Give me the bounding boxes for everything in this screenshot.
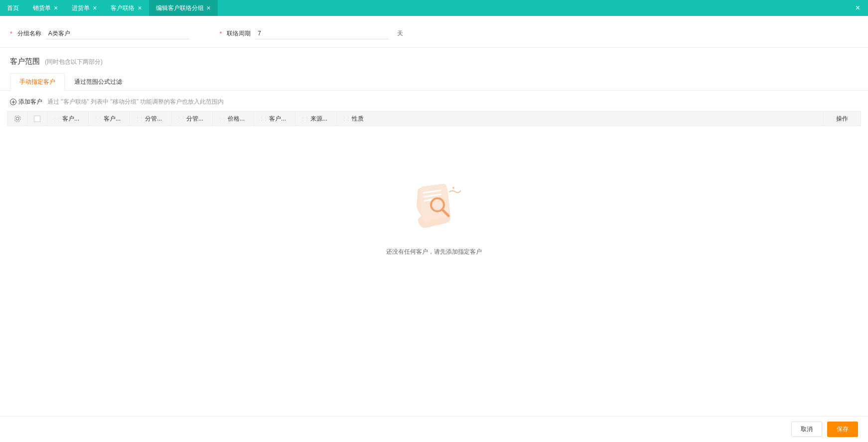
drag-handle-icon[interactable]: ⋮⋮ <box>135 116 143 122</box>
toolbar-hint: 通过 "客户联络" 列表中 "移动分组" 功能调整的客户也放入此范围内 <box>47 98 224 106</box>
tab-sales[interactable]: 销货单 × <box>26 0 65 16</box>
column-header[interactable]: ⋮⋮ 来源... <box>295 112 337 126</box>
inner-tab-formula[interactable]: 通过范围公式过滤 <box>65 73 132 91</box>
required-mark: * <box>220 30 222 37</box>
close-icon[interactable]: × <box>207 4 211 11</box>
tab-edit-group-label: 编辑客户联络分组 <box>156 4 204 12</box>
checkbox-icon <box>34 116 40 122</box>
contact-cycle-input[interactable] <box>255 28 389 39</box>
drag-handle-icon[interactable]: ⋮⋮ <box>94 116 102 122</box>
table-header: ⋮⋮ 客户... ⋮⋮ 客户... ⋮⋮ 分管... ⋮⋮ 分管... ⋮⋮ 价… <box>7 111 861 126</box>
svg-point-4 <box>433 200 442 209</box>
drag-handle-icon[interactable]: ⋮⋮ <box>218 116 226 122</box>
column-label: 来源... <box>310 115 327 123</box>
plus-icon <box>10 99 16 105</box>
svg-point-6 <box>452 187 454 189</box>
top-tabs-bar: 首页 销货单 × 进货单 × 客户联络 × 编辑客户联络分组 × × <box>0 0 868 16</box>
column-label: 价格... <box>228 115 245 123</box>
column-action: 操作 <box>823 112 861 126</box>
gear-icon <box>14 116 20 122</box>
empty-illustration <box>402 181 466 236</box>
close-icon[interactable]: × <box>93 4 97 11</box>
inner-tabs: 手动指定客户 通过范围公式过滤 <box>0 73 868 91</box>
toolbar: 添加客户 通过 "客户联络" 列表中 "移动分组" 功能调整的客户也放入此范围内 <box>0 91 868 111</box>
column-header[interactable]: ⋮⋮ 价格... <box>213 112 254 126</box>
close-icon[interactable]: × <box>54 4 58 11</box>
select-all-checkbox[interactable] <box>27 112 47 126</box>
column-action-label: 操作 <box>836 115 848 123</box>
empty-text: 还没有任何客户，请先添加指定客户 <box>386 248 482 256</box>
add-customer-label: 添加客户 <box>18 98 42 106</box>
contact-cycle-field: * 联络周期 天 <box>220 28 404 39</box>
tab-home[interactable]: 首页 <box>0 0 26 16</box>
column-label: 客户... <box>62 115 79 123</box>
tab-purchase-label: 进货单 <box>72 4 90 12</box>
add-customer-button[interactable]: 添加客户 <box>10 98 42 106</box>
form-row: * 分组名称 * 联络周期 天 <box>0 16 868 47</box>
column-label: 分管... <box>186 115 203 123</box>
column-label: 分管... <box>145 115 162 123</box>
tab-home-label: 首页 <box>7 4 19 12</box>
group-name-field: * 分组名称 <box>10 28 190 39</box>
save-button[interactable]: 保存 <box>827 422 858 437</box>
column-header[interactable]: ⋮⋮ 性质 <box>337 112 823 126</box>
group-name-label: 分组名称 <box>17 29 41 38</box>
drag-handle-icon[interactable]: ⋮⋮ <box>300 116 308 122</box>
tab-sales-label: 销货单 <box>33 4 51 12</box>
section-header: 客户范围 (同时包含以下两部分) <box>0 48 868 73</box>
empty-state: 还没有任何客户，请先添加指定客户 <box>7 126 861 276</box>
tab-customer-contact[interactable]: 客户联络 × <box>104 0 148 16</box>
column-header[interactable]: ⋮⋮ 分管... <box>130 112 171 126</box>
close-icon[interactable]: × <box>138 4 142 11</box>
footer: 取消 保存 <box>0 416 868 442</box>
column-settings[interactable] <box>7 112 27 126</box>
tab-customer-contact-label: 客户联络 <box>111 4 135 12</box>
column-header[interactable]: ⋮⋮ 客户... <box>47 112 89 126</box>
tabs-right-actions: × <box>852 0 868 16</box>
drag-handle-icon[interactable]: ⋮⋮ <box>52 116 60 122</box>
section-hint: (同时包含以下两部分) <box>45 58 103 66</box>
document-search-icon <box>402 181 466 236</box>
content-area: * 分组名称 * 联络周期 天 客户范围 (同时包含以下两部分) 手动指定客户 … <box>0 16 868 416</box>
group-name-input[interactable] <box>45 28 190 39</box>
drag-handle-icon[interactable]: ⋮⋮ <box>176 116 184 122</box>
tab-edit-group[interactable]: 编辑客户联络分组 × <box>149 0 218 16</box>
close-all-icon[interactable]: × <box>852 3 864 12</box>
section-title: 客户范围 <box>10 57 40 66</box>
column-header[interactable]: ⋮⋮ 客户... <box>89 112 130 126</box>
column-label: 性质 <box>352 115 364 123</box>
drag-handle-icon[interactable]: ⋮⋮ <box>259 116 267 122</box>
column-label: 客户... <box>269 115 286 123</box>
column-header[interactable]: ⋮⋮ 客户... <box>254 112 295 126</box>
contact-cycle-label: 联络周期 <box>227 29 251 38</box>
table-container: ⋮⋮ 客户... ⋮⋮ 客户... ⋮⋮ 分管... ⋮⋮ 分管... ⋮⋮ 价… <box>0 111 868 276</box>
contact-cycle-unit: 天 <box>397 29 403 38</box>
inner-tab-manual-label: 手动指定客户 <box>19 78 55 85</box>
inner-tab-formula-label: 通过范围公式过滤 <box>74 78 122 85</box>
column-label: 客户... <box>104 115 121 123</box>
required-mark: * <box>10 30 12 37</box>
drag-handle-icon[interactable]: ⋮⋮ <box>342 116 350 122</box>
inner-tab-manual[interactable]: 手动指定客户 <box>10 73 65 91</box>
column-header[interactable]: ⋮⋮ 分管... <box>171 112 213 126</box>
tab-purchase[interactable]: 进货单 × <box>65 0 104 16</box>
cancel-button[interactable]: 取消 <box>791 422 822 437</box>
